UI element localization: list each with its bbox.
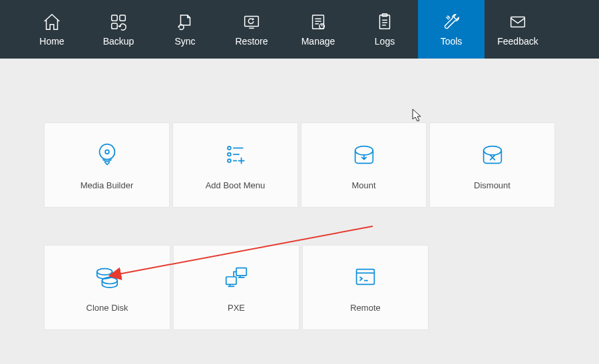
nav-label: Manage: [301, 36, 335, 47]
mount-icon: [350, 140, 378, 168]
tools-icon: [441, 12, 461, 32]
logs-icon: [375, 12, 395, 32]
media-builder-icon: [93, 140, 121, 168]
manage-icon: [308, 12, 328, 32]
tile-label: Mount: [351, 180, 375, 190]
restore-icon: [242, 12, 262, 32]
svg-point-14: [97, 268, 112, 275]
nav-label: Tools: [441, 36, 463, 47]
nav-spacer: [0, 0, 19, 59]
svg-rect-4: [313, 15, 324, 29]
nav-item-restore[interactable]: Restore: [218, 0, 285, 59]
svg-point-13: [228, 159, 231, 162]
svg-point-9: [99, 144, 114, 159]
nav-label: Sync: [174, 36, 195, 47]
svg-point-10: [105, 150, 109, 154]
nav-item-backup[interactable]: Backup: [85, 0, 152, 59]
nav-label: Logs: [375, 36, 395, 47]
svg-rect-3: [245, 17, 259, 27]
sync-icon: [175, 12, 195, 32]
tile-label: Clone Disk: [87, 303, 128, 313]
nav-item-manage[interactable]: Manage: [285, 0, 351, 59]
nav-label: Restore: [235, 36, 268, 47]
tile-label: Add Boot Menu: [206, 180, 266, 190]
tile-mount[interactable]: Mount: [301, 122, 427, 208]
nav-item-sync[interactable]: Sync: [152, 0, 218, 59]
svg-rect-8: [511, 17, 525, 27]
add-boot-menu-icon: [222, 140, 250, 168]
nav-item-tools[interactable]: Tools: [418, 0, 485, 59]
tile-label: Remote: [350, 303, 381, 313]
tile-label: Media Builder: [81, 180, 134, 190]
home-icon: [42, 12, 62, 32]
nav-item-logs[interactable]: Logs: [351, 0, 418, 59]
tile-add-boot-menu[interactable]: Add Boot Menu: [172, 122, 298, 208]
top-nav: Home Backup Sync: [0, 0, 599, 59]
tile-label: Dismount: [474, 180, 510, 190]
nav-item-feedback[interactable]: Feedback: [485, 0, 551, 59]
tile-remote[interactable]: Remote: [302, 245, 429, 330]
tools-row-1: Media Builder Add Boot Menu: [44, 122, 555, 208]
tools-row-2: Clone Disk PXE: [44, 245, 555, 330]
tile-pxe[interactable]: PXE: [173, 245, 300, 330]
dismount-icon: [479, 140, 506, 168]
tile-media-builder[interactable]: Media Builder: [44, 122, 170, 208]
svg-rect-1: [120, 15, 125, 21]
nav-label: Backup: [103, 36, 134, 47]
svg-rect-2: [112, 23, 117, 29]
svg-rect-0: [112, 15, 117, 21]
tile-label: PXE: [228, 303, 245, 313]
backup-icon: [108, 12, 128, 32]
svg-point-12: [228, 152, 231, 156]
remote-icon: [351, 263, 379, 291]
nav-item-home[interactable]: Home: [19, 0, 85, 59]
tools-panel: Media Builder Add Boot Menu: [0, 59, 599, 330]
svg-rect-18: [357, 269, 375, 284]
feedback-icon: [508, 12, 528, 32]
svg-rect-17: [226, 277, 236, 284]
clone-disk-icon: [93, 263, 121, 291]
pxe-icon: [222, 263, 250, 291]
svg-rect-16: [236, 268, 246, 275]
nav-label: Feedback: [497, 36, 538, 47]
svg-rect-6: [380, 15, 390, 29]
svg-point-11: [228, 146, 231, 150]
tile-clone-disk[interactable]: Clone Disk: [44, 245, 170, 330]
tile-dismount[interactable]: Dismount: [429, 122, 555, 208]
nav-label: Home: [39, 36, 64, 47]
